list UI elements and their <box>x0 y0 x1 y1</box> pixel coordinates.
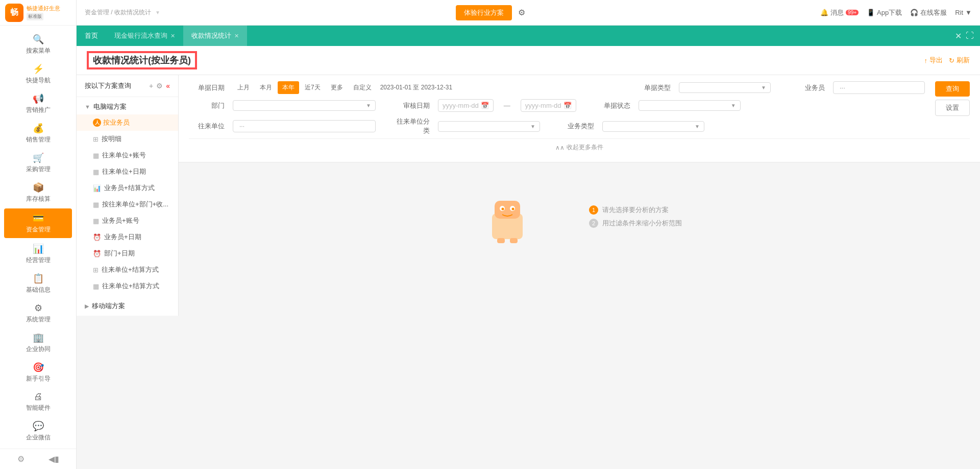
schema-item-icon-salesperson-date: ⏰ <box>93 233 101 241</box>
marketing-icon: 📢 <box>33 93 44 104</box>
settings-btn[interactable]: 设置 <box>935 100 970 116</box>
schema-item-label-unit-date: 往来单位+日期 <box>102 167 146 176</box>
schema-item-by-detail[interactable]: ⊞ 按明细 <box>77 131 178 147</box>
tab-bank-close-icon[interactable]: ✕ <box>170 33 175 39</box>
export-label: 导出 <box>929 56 943 65</box>
tab-maximize-icon[interactable]: ⛶ <box>966 31 974 40</box>
partner-select[interactable]: ··· <box>233 120 376 132</box>
schema-item-salesperson-date[interactable]: ⏰ 业务员+日期 <box>77 229 178 245</box>
sidebar-item-search-menu[interactable]: 🔍 搜索菜单 <box>0 30 76 59</box>
date-tab-this-month[interactable]: 本月 <box>255 81 277 94</box>
salesperson-more-icon[interactable]: ··· <box>840 84 845 91</box>
sidebar-item-marketing[interactable]: 📢 营销推广 <box>0 89 76 119</box>
dept-select[interactable]: ▼ <box>233 100 376 111</box>
biz-type-select[interactable]: ▼ <box>602 121 704 132</box>
left-panel-add-icon[interactable]: + <box>149 82 153 90</box>
schema-item-unit-account[interactable]: ▦ 往来单位+账号 <box>77 147 178 163</box>
sidebar-item-system[interactable]: ⚙ 系统管理 <box>0 298 76 328</box>
settings-footer-icon[interactable]: ⚙ <box>17 454 24 464</box>
schema-item-salesperson-account[interactable]: ▦ 业务员+账号 <box>77 213 178 229</box>
date-separator: — <box>504 102 510 109</box>
sidebar-item-business[interactable]: 📊 经营管理 <box>0 239 76 269</box>
date-tab-more[interactable]: 更多 <box>326 81 348 94</box>
schema-item-label-salesperson-settlement: 业务员+结算方式 <box>104 183 155 193</box>
schema-item-by-salesperson[interactable]: 人 按业务员 <box>77 114 178 131</box>
tab-home[interactable]: 首页 <box>77 26 106 46</box>
collapse-footer-icon[interactable]: ◀▮ <box>48 454 59 464</box>
filter-row-3: 往来单位 ··· 往来单位分类 ▼ <box>189 117 925 135</box>
sidebar-item-basic[interactable]: 📋 基础信息 <box>0 269 76 298</box>
logo-name: 畅捷通好生意 <box>27 5 60 12</box>
schema-item-label-salesperson-account: 业务员+账号 <box>102 216 139 225</box>
sidebar-item-finance[interactable]: 💳 资金管理 <box>4 208 72 238</box>
sidebar-item-guide[interactable]: 🎯 新手引导 <box>0 358 76 387</box>
sidebar-item-quick-nav[interactable]: ⚡ 快捷导航 <box>0 59 76 89</box>
trial-btn[interactable]: 体验行业方案 <box>456 5 512 20</box>
smart-hw-label: 智能硬件 <box>26 404 51 412</box>
filter-rows-container: 单据日期 上月 本月 本年 近7天 更多 自定义 <box>189 81 970 135</box>
schema-item-icon-salesperson: 人 <box>93 119 101 127</box>
sidebar-item-purchase[interactable]: 🛒 采购管理 <box>0 148 76 178</box>
quick-nav-label: 快捷导航 <box>26 76 51 85</box>
date-tab-custom[interactable]: 自定义 <box>349 81 376 94</box>
online-service-btn[interactable]: 🎧 在线客服 <box>910 8 947 17</box>
partner-category-select[interactable]: ▼ <box>438 121 540 132</box>
schema-item-unit-dept-collect[interactable]: ▦ 按往来单位+部门+收... <box>77 196 178 213</box>
messages-btn[interactable]: 🔔 消息 99+ <box>820 8 859 17</box>
schema-item-unit-date[interactable]: ▦ 往来单位+日期 <box>77 163 178 180</box>
schema-item-dept-date[interactable]: ⏰ 部门+日期 <box>77 245 178 262</box>
partner-more-icon[interactable]: ··· <box>239 123 244 130</box>
tab-receipts-close-icon[interactable]: ✕ <box>234 33 239 39</box>
voucher-status-select[interactable]: ▼ <box>639 100 741 111</box>
audit-date-from[interactable]: yyyy-mm-dd 📅 <box>438 99 494 112</box>
date-tab-last-month[interactable]: 上月 <box>233 81 254 94</box>
biz-type-label: 业务类型 <box>558 122 594 131</box>
query-btn[interactable]: 查询 <box>935 81 970 97</box>
tab-receipts[interactable]: 收款情况统计 ✕ <box>183 26 247 46</box>
logo-text-area: 畅捷通好生意 标准版 <box>27 5 60 20</box>
left-panel-settings-icon[interactable]: ⚙ <box>156 82 163 90</box>
refresh-btn[interactable]: ↻ 刷新 <box>949 56 970 65</box>
schema-mobile-section: ▶ 移动端方案 <box>77 296 178 316</box>
audit-date-to[interactable]: yyyy-mm-dd 📅 <box>521 99 576 112</box>
service-icon: 🎧 <box>910 9 918 16</box>
finance-icon: 💳 <box>33 213 44 224</box>
svg-point-5 <box>512 208 514 210</box>
tab-bank[interactable]: 现金银行流水查询 ✕ <box>106 26 183 46</box>
date-tab-this-year[interactable]: 本年 <box>278 81 299 94</box>
left-panel-title: 按以下方案查询 <box>85 81 131 90</box>
user-area[interactable]: Rit ▼ <box>955 9 972 16</box>
export-btn[interactable]: ↑ 导出 <box>924 56 943 65</box>
app-download-btn[interactable]: 📱 App下载 <box>867 8 902 17</box>
tab-close-all-icon[interactable]: ✕ <box>955 31 962 41</box>
schema-mobile-header[interactable]: ▶ 移动端方案 <box>77 298 178 314</box>
sidebar-nav: 🔍 搜索菜单 ⚡ 快捷导航 📢 营销推广 💰 销售管理 🛒 采购管理 📦 <box>0 26 76 449</box>
schema-item-icon-salesperson-settlement: 📊 <box>93 184 101 192</box>
left-panel-actions: + ⚙ « <box>149 82 170 90</box>
collapse-btn[interactable]: ∧∧ 收起更多条件 <box>189 138 970 156</box>
quick-nav-icon: ⚡ <box>33 63 44 75</box>
schema-desktop-header[interactable]: ▼ 电脑端方案 <box>77 99 178 114</box>
filter-actions: 查询 设置 <box>935 81 970 135</box>
left-panel: 按以下方案查询 + ⚙ « ▼ 电脑端方案 <box>77 75 179 316</box>
voucher-type-select[interactable]: ▼ <box>679 82 771 93</box>
gear-btn-icon[interactable]: ⚙ <box>518 8 525 17</box>
audit-date-from-text: yyyy-mm-dd <box>443 102 479 109</box>
collapse-chevron-icon: ∧∧ <box>555 144 565 151</box>
schema-item-unit-settlement1[interactable]: ⊞ 往来单位+结算方式 <box>77 262 178 278</box>
schema-item-salesperson-settlement[interactable]: 📊 业务员+结算方式 <box>77 180 178 196</box>
sidebar-item-sales[interactable]: 💰 销售管理 <box>0 119 76 148</box>
sidebar-item-wechat[interactable]: 💬 企业微信 <box>0 416 76 446</box>
left-panel-collapse-icon[interactable]: « <box>166 82 170 90</box>
sidebar-item-smart-hw[interactable]: 🖨 智能硬件 <box>0 387 76 416</box>
sales-label: 销售管理 <box>26 135 51 144</box>
schema-item-unit-settlement2[interactable]: ▦ 往来单位+结算方式 <box>77 278 178 294</box>
sidebar-item-inventory[interactable]: 📦 库存核算 <box>0 178 76 207</box>
left-panel-header: 按以下方案查询 + ⚙ « <box>77 75 178 97</box>
salesperson-select[interactable]: ··· <box>833 81 925 94</box>
date-tab-last-7[interactable]: 近7天 <box>300 81 325 94</box>
svg-point-4 <box>502 208 504 210</box>
sidebar-item-enterprise[interactable]: 🏢 企业协同 <box>0 328 76 358</box>
top-header: 资金管理 / 收款情况统计 ▼ 体验行业方案 ⚙ 🔔 消息 99+ 📱 App下… <box>77 0 980 26</box>
voucher-type-label: 单据类型 <box>635 83 671 92</box>
